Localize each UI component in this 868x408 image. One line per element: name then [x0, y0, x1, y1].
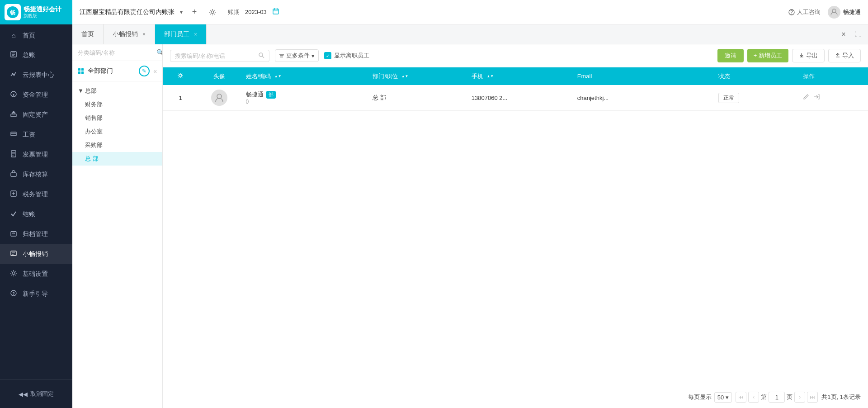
user-info[interactable]: 畅捷通 — [828, 6, 861, 19]
page-input[interactable] — [769, 392, 785, 403]
dept-item-root[interactable]: ▼ 总部 — [72, 84, 162, 98]
employee-code: 0 — [246, 99, 362, 105]
add-employee-button[interactable]: + 新增员工 — [747, 49, 788, 62]
user-name: 畅捷通 — [843, 8, 861, 16]
tab-xiaochang-close[interactable]: × — [142, 31, 146, 38]
dept-header: 全部部门 ✎ « — [72, 61, 162, 81]
sidebar-item-label: 归档管理 — [23, 230, 48, 238]
dept-search-icon[interactable]: 🔍 — [156, 49, 163, 56]
dept-item-office[interactable]: 办公室 — [72, 125, 162, 138]
dept-item-finance[interactable]: 财务部 — [72, 98, 162, 111]
tab-dept-employee[interactable]: 部门员工 × — [155, 24, 207, 44]
per-page-value: 50 — [717, 394, 724, 401]
invoice-icon — [9, 150, 18, 159]
dept-item-purchase[interactable]: 采购部 — [72, 138, 162, 152]
svg-point-28 — [12, 272, 15, 275]
col-ops-label: 操作 — [803, 73, 815, 80]
dept-item-sales[interactable]: 销售部 — [72, 111, 162, 125]
tab-home[interactable]: 首页 — [72, 24, 104, 44]
col-header-dept[interactable]: 部门/职位 ▲▼ — [367, 67, 466, 85]
employee-name-badge: 畅捷通 部 — [246, 90, 276, 99]
dept-item-general[interactable]: 总 部 — [72, 152, 162, 166]
export-label: 导出 — [806, 52, 818, 60]
sidebar-item-home[interactable]: ⌂ 首页 — [0, 26, 72, 45]
page-next-button[interactable]: › — [794, 392, 805, 403]
col-header-name[interactable]: 姓名/编码 ▲▼ — [241, 67, 368, 85]
employee-search-input[interactable] — [175, 52, 255, 59]
sidebar-item-settings[interactable]: 基础设置 — [0, 264, 72, 284]
sidebar-item-general-ledger[interactable]: 总账 — [0, 45, 72, 65]
cell-no: 1 — [163, 85, 198, 111]
svg-text:?: ? — [12, 291, 15, 296]
sidebar-item-label: 工资 — [23, 131, 35, 139]
sidebar-item-invoice[interactable]: 发票管理 — [0, 145, 72, 165]
export-button[interactable]: 导出 — [792, 49, 825, 62]
sidebar-item-label: 基础设置 — [23, 270, 48, 278]
sidebar-item-guide[interactable]: ? 新手引导 — [0, 284, 72, 304]
topbar-settings-button[interactable] — [206, 6, 219, 19]
svg-rect-25 — [11, 251, 16, 256]
support-button[interactable]: 人工咨询 — [788, 8, 821, 16]
svg-rect-32 — [273, 9, 278, 14]
col-header-settings[interactable] — [163, 67, 198, 85]
sidebar-item-label: 新手引导 — [23, 290, 48, 298]
page-prev-button[interactable]: ‹ — [748, 392, 759, 403]
ops-icons — [803, 94, 863, 102]
dept-item-label: 采购部 — [85, 142, 103, 148]
filter-more-button[interactable]: 更多条件 ▾ — [275, 49, 319, 62]
dept-item-label: 办公室 — [85, 128, 103, 135]
company-dropdown-button[interactable]: ▾ — [180, 9, 183, 15]
dept-edit-button[interactable]: ✎ — [139, 66, 150, 76]
page-last-button[interactable]: ⏭ — [807, 392, 818, 403]
col-header-phone[interactable]: 手机 ▲▼ — [466, 67, 572, 85]
tab-dept-close[interactable]: × — [194, 31, 197, 38]
col-header-status: 状态 — [713, 67, 797, 85]
support-label: 人工咨询 — [797, 8, 821, 16]
tab-close-button[interactable]: × — [837, 28, 850, 41]
dept-item-label: 总部 — [85, 87, 97, 94]
edit-employee-button[interactable] — [803, 94, 809, 102]
content-area: 🔍 全部部门 ✎ « ▼ 总部 财务部 销 — [72, 44, 868, 408]
tab-expand-button[interactable]: ⛶ — [852, 28, 864, 41]
archive-icon — [9, 230, 18, 239]
dept-item-label: 总 部 — [85, 155, 99, 162]
import-button[interactable]: 导入 — [828, 49, 861, 62]
cancel-fixed-button[interactable]: ◀◀ 取消固定 — [0, 385, 72, 403]
per-page-label: 每页显示 — [688, 393, 712, 401]
dept-search-input[interactable] — [78, 49, 154, 56]
svg-line-44 — [262, 56, 264, 58]
tab-xiaochang-expense[interactable]: 小畅报销 × — [104, 24, 155, 44]
sidebar-item-inventory[interactable]: 库存核算 — [0, 165, 72, 185]
sidebar-item-checkout[interactable]: 结账 — [0, 204, 72, 224]
page-first-button[interactable]: ⏮ — [736, 392, 746, 403]
tabs-bar: 首页 小畅报销 × 部门员工 × × ⛶ — [72, 24, 868, 44]
sidebar-item-fixed-assets[interactable]: 固定资产 — [0, 105, 72, 125]
dept-item-label: 财务部 — [85, 101, 103, 108]
dept-collapse-button[interactable]: « — [153, 67, 157, 75]
invite-button[interactable]: 邀请 — [717, 49, 744, 62]
total-info: 共1页, 1条记录 — [821, 393, 861, 401]
sidebar-item-salary[interactable]: 工资 — [0, 125, 72, 145]
sidebar-item-archive[interactable]: 归档管理 — [0, 224, 72, 244]
cell-phone: 13807060 2... — [466, 85, 572, 111]
status-badge: 正常 — [718, 93, 739, 103]
page-suffix: 页 — [787, 393, 793, 401]
add-company-button[interactable]: + — [188, 6, 201, 19]
dept-panel: 🔍 全部部门 ✎ « ▼ 总部 财务部 销 — [72, 44, 163, 408]
filter-chevron-icon: ▾ — [311, 52, 315, 59]
employee-search-icon[interactable] — [258, 52, 264, 60]
show-resigned-checkbox[interactable]: ✓ 显示离职员工 — [324, 52, 369, 60]
svg-point-48 — [179, 74, 182, 77]
calendar-icon[interactable] — [272, 8, 279, 16]
sidebar-item-reports[interactable]: 云报表中心 — [0, 65, 72, 85]
main-area: 江西服宝精品有限责任公司内账张 ▾ + 账期 2023-03 人工咨询 畅捷通 — [72, 0, 868, 408]
per-page-select[interactable]: 50 ▾ — [714, 392, 732, 403]
logout-employee-button[interactable] — [814, 94, 820, 102]
svg-rect-41 — [78, 71, 80, 74]
sidebar-item-capital[interactable]: ¥ 资金管理 — [0, 85, 72, 105]
sidebar-item-xiaochang[interactable]: 小畅报销 — [0, 244, 72, 264]
sidebar-bottom: ◀◀ 取消固定 — [0, 380, 72, 408]
sidebar-item-tax[interactable]: 税务管理 — [0, 185, 72, 204]
salary-icon — [9, 130, 18, 139]
action-buttons: 邀请 + 新增员工 导出 导入 — [717, 49, 861, 62]
